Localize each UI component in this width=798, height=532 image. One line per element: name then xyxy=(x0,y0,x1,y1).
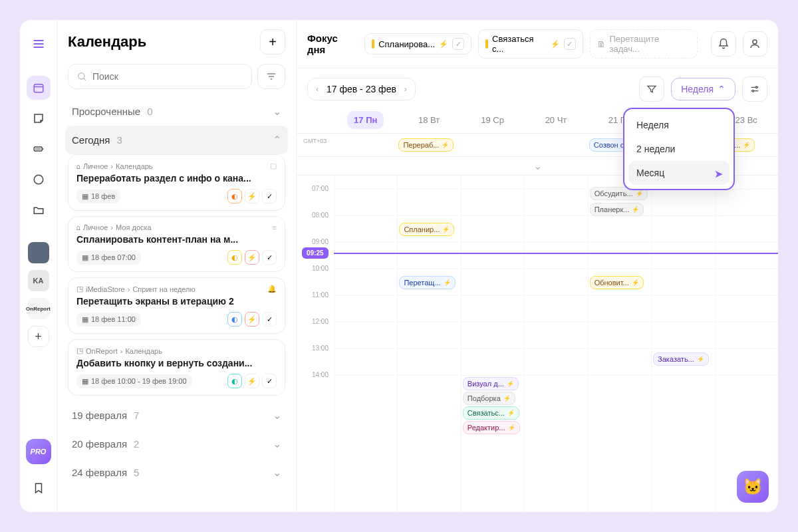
day-header[interactable]: 17 Пн xyxy=(334,115,397,125)
section-date[interactable]: 19 февраля7⌄ xyxy=(65,401,288,430)
settings-button[interactable] xyxy=(742,76,767,102)
allday-event[interactable]: Перераб...⚡ xyxy=(398,138,454,152)
status-pill[interactable]: ◐ xyxy=(227,189,242,203)
date-range: 17 фев - 23 фев xyxy=(327,84,396,94)
status-pill[interactable]: ◐ xyxy=(227,250,242,265)
sidebar: Календарь + Просроченные 0 ⌄ Сегодня 3 ⌃… xyxy=(57,20,297,512)
chevron-down-icon: ⌄ xyxy=(273,466,281,479)
bookmark-icon[interactable] xyxy=(27,476,51,500)
filter-button[interactable] xyxy=(639,76,664,102)
search-icon xyxy=(76,71,87,82)
hour-label: 12:00 xyxy=(297,318,334,344)
menu-icon[interactable] xyxy=(27,32,51,56)
task-date: ▦18 фев 07:00 xyxy=(76,251,141,265)
help-mascot[interactable]: 🐱 xyxy=(737,471,769,503)
svg-point-8 xyxy=(755,86,757,88)
camera-icon: ▢ xyxy=(270,162,277,170)
energy-pill[interactable]: ⚡ xyxy=(245,189,259,203)
hour-label: 11:00 xyxy=(297,291,334,318)
search-input[interactable] xyxy=(68,64,252,89)
focus-task[interactable]: Связаться с...⚡✓ xyxy=(478,29,583,59)
bell-icon: 🔔 xyxy=(267,285,277,293)
calendar-event[interactable]: Заказать...⚡ xyxy=(653,352,709,366)
calendar-icon: ▦ xyxy=(82,315,88,324)
calendar-event[interactable]: Подборка⚡ xyxy=(463,392,515,405)
check-pill[interactable]: ✓ xyxy=(262,312,277,327)
profile-button[interactable] xyxy=(743,31,767,57)
day-header[interactable]: 20 Чт xyxy=(524,115,587,125)
sliders-icon xyxy=(749,84,760,94)
cube-icon: ◳ xyxy=(76,346,83,355)
task-card[interactable]: ⩍Личное › Моя доска≡ Спланировать контен… xyxy=(68,216,285,272)
calendar-event[interactable]: Редактир...⚡ xyxy=(463,421,520,434)
check-icon[interactable]: ✓ xyxy=(452,38,464,50)
calendar-event[interactable]: Связатьс...⚡ xyxy=(463,406,519,420)
section-date[interactable]: 20 февраля2⌄ xyxy=(65,430,288,458)
cube-icon: ◳ xyxy=(76,285,83,293)
status-pill[interactable]: ◐ xyxy=(227,374,242,388)
calendar-event[interactable]: Планерк...⚡ xyxy=(590,203,644,216)
workspace-avatar-on[interactable]: OnReport xyxy=(28,298,49,319)
chevron-up-icon: ⌃ xyxy=(273,134,281,146)
section-overdue[interactable]: Просроченные 0 ⌄ xyxy=(65,97,288,126)
workspace-avatar-ka[interactable]: KA xyxy=(28,270,49,291)
workspace-avatar-1[interactable] xyxy=(28,242,49,263)
view-selector[interactable]: Неделя ⌃ Неделя 2 недели Месяц➤ xyxy=(671,78,735,100)
svg-point-3 xyxy=(37,149,38,150)
next-button[interactable]: › xyxy=(404,84,407,94)
hour-label: 10:00 xyxy=(297,265,334,291)
notifications-button[interactable] xyxy=(711,31,735,57)
calendar-event[interactable]: Спланир...⚡ xyxy=(399,223,454,236)
section-date[interactable]: 24 февраля5⌄ xyxy=(65,458,288,487)
calendar-event[interactable]: Визуал д...⚡ xyxy=(463,377,519,390)
svg-rect-0 xyxy=(34,84,43,92)
focus-dropzone[interactable]: 🗎Перетащите задач... xyxy=(590,29,698,59)
time-grid[interactable]: 07:00 08:00 09:00 10:00 11:00 12:00 13:0… xyxy=(297,176,778,512)
day-header[interactable]: 18 Вт xyxy=(397,115,460,125)
person-icon xyxy=(749,38,761,50)
chat-icon[interactable] xyxy=(27,168,51,192)
check-icon[interactable]: ✓ xyxy=(564,38,576,50)
task-card[interactable]: ◳OnReport › Календарь Добавить кнопку и … xyxy=(68,339,285,396)
svg-point-9 xyxy=(752,90,754,92)
energy-pill[interactable]: ⚡ xyxy=(245,312,259,327)
dropdown-item-2weeks[interactable]: 2 недели xyxy=(628,137,730,161)
zap-icon: ⚡ xyxy=(551,40,560,49)
status-pill[interactable]: ◐ xyxy=(227,312,242,327)
add-workspace-icon[interactable]: + xyxy=(28,326,49,347)
dropdown-item-month[interactable]: Месяц➤ xyxy=(628,161,730,185)
folder-icon[interactable] xyxy=(27,198,51,222)
prev-button[interactable]: ‹ xyxy=(316,84,319,94)
hour-label: 08:00 xyxy=(297,211,334,238)
calendar-nav-icon[interactable] xyxy=(27,76,51,100)
timezone-label: GMT+03 xyxy=(303,138,334,152)
focus-task[interactable]: Спланирова...⚡✓ xyxy=(364,33,471,55)
section-today[interactable]: Сегодня 3 ⌃ xyxy=(65,126,288,154)
add-button[interactable]: + xyxy=(260,29,285,55)
calendar-icon: ▦ xyxy=(82,377,88,386)
zap-icon: ⚡ xyxy=(439,40,448,49)
focus-label: Фокус дня xyxy=(307,33,358,55)
svg-point-6 xyxy=(78,73,84,79)
energy-pill[interactable]: ⚡ xyxy=(245,250,259,265)
check-pill[interactable]: ✓ xyxy=(262,189,277,203)
check-pill[interactable]: ✓ xyxy=(262,374,277,388)
task-card[interactable]: ⩍Личное › Календарь▢ Переработать раздел… xyxy=(68,154,285,211)
battery-icon[interactable] xyxy=(27,137,51,161)
hour-label: 13:00 xyxy=(297,344,334,371)
task-card[interactable]: ◳iMediaStore › Спринт на неделю🔔 Перетащ… xyxy=(68,277,285,334)
person-icon: ⩍ xyxy=(76,223,80,231)
calendar-event[interactable]: Обновит...⚡ xyxy=(590,276,644,289)
check-pill[interactable]: ✓ xyxy=(262,250,277,265)
energy-pill[interactable]: ⚡ xyxy=(245,374,259,388)
view-dropdown: Неделя 2 недели Месяц➤ xyxy=(623,108,735,190)
funnel-icon xyxy=(646,84,657,94)
note-icon[interactable] xyxy=(27,106,51,130)
task-date: ▦18 фев xyxy=(76,190,120,203)
filter-button[interactable] xyxy=(257,64,285,89)
bars-icon: ≡ xyxy=(273,223,277,231)
day-header[interactable]: 19 Ср xyxy=(461,115,524,125)
pro-badge[interactable]: PRO xyxy=(26,439,51,464)
calendar-event[interactable]: Перетащ...⚡ xyxy=(399,276,455,289)
dropdown-item-week[interactable]: Неделя xyxy=(628,113,730,137)
